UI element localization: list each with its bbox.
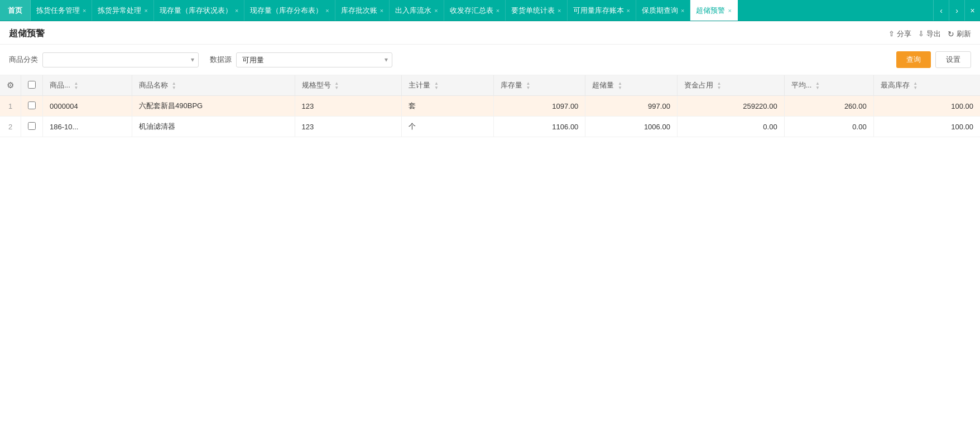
- row-stock-1: 1106.00: [493, 117, 585, 137]
- col-capital-label: 资金占用: [684, 81, 713, 89]
- nav-close-all[interactable]: ×: [964, 0, 980, 21]
- col-product-code-label: 商品...: [50, 81, 70, 89]
- nav-tab-label-4: 库存批次账: [341, 6, 377, 16]
- sort-capital: ▲ ▼: [717, 81, 722, 90]
- row-select-0[interactable]: [28, 101, 36, 109]
- col-spec[interactable]: 规格型号 ▲ ▼: [295, 75, 402, 96]
- header-actions: ⇧ 分享 ⇩ 导出 ↻ 刷新: [888, 29, 971, 39]
- nav-tab-close-10[interactable]: ×: [728, 7, 731, 14]
- col-product-name[interactable]: 商品名称 ▲ ▼: [132, 75, 295, 96]
- export-button[interactable]: ⇩ 导出: [918, 29, 941, 39]
- nav-tab-7[interactable]: 要货单统计表 ×: [506, 0, 567, 21]
- nav-tab-label-7: 要货单统计表: [511, 6, 555, 16]
- nav-tab-close-9[interactable]: ×: [681, 7, 684, 14]
- nav-tab-close-1[interactable]: ×: [144, 7, 147, 14]
- share-label: 分享: [897, 29, 911, 39]
- nav-tab-close-3[interactable]: ×: [325, 7, 329, 14]
- nav-tab-9[interactable]: 保质期查询 ×: [636, 0, 690, 21]
- row-spec-1: 123: [295, 117, 402, 137]
- export-label: 导出: [926, 29, 941, 39]
- refresh-button[interactable]: ↻ 刷新: [948, 29, 971, 39]
- gear-icon[interactable]: ⚙: [7, 80, 14, 90]
- query-button[interactable]: 查询: [896, 51, 931, 68]
- row-select-1[interactable]: [28, 122, 36, 130]
- row-product-code-1: 186-10...: [43, 117, 132, 137]
- col-spec-label: 规格型号: [302, 81, 331, 89]
- row-max-stock-1: 100.00: [873, 117, 980, 137]
- col-product-name-label: 商品名称: [139, 81, 168, 89]
- share-button[interactable]: ⇧ 分享: [888, 29, 911, 39]
- col-product-code[interactable]: 商品... ▲ ▼: [43, 75, 132, 96]
- data-source-label: 数据源: [210, 55, 232, 65]
- nav-tab-close-5[interactable]: ×: [434, 7, 438, 14]
- nav-tab-4[interactable]: 库存批次账 ×: [335, 0, 390, 21]
- col-overstock-label: 超储量: [592, 81, 614, 89]
- col-max-stock[interactable]: 最高库存 ▲ ▼: [873, 75, 980, 96]
- nav-tab-close-4[interactable]: ×: [380, 7, 383, 14]
- nav-tab-label-9: 保质期查询: [642, 6, 678, 16]
- filter-actions: 查询 设置: [896, 51, 971, 68]
- sort-overstock: ▲ ▼: [618, 81, 622, 90]
- col-stock-label: 库存量: [501, 81, 522, 89]
- nav-tab-1[interactable]: 拣货异常处理 ×: [92, 0, 153, 21]
- row-product-name-1: 机油滤清器: [132, 117, 295, 137]
- row-overstock-0: 997.00: [585, 96, 678, 117]
- nav-tab-close-2[interactable]: ×: [235, 7, 238, 14]
- nav-tab-6[interactable]: 收发存汇总表 ×: [444, 0, 506, 21]
- table-header-row: ⚙ 商品... ▲ ▼ 商品名称: [0, 75, 980, 96]
- select-all-checkbox[interactable]: [28, 81, 36, 89]
- nav-tab-close-0[interactable]: ×: [83, 7, 86, 14]
- table-body: 1 0000004 六配套新昌490BPG 123 套 1097.00 997.…: [0, 96, 980, 137]
- nav-tab-8[interactable]: 可用量库存账本 ×: [568, 0, 636, 21]
- table-row: 1 0000004 六配套新昌490BPG 123 套 1097.00 997.…: [0, 96, 980, 117]
- nav-tab-close-7[interactable]: ×: [558, 7, 561, 14]
- filter-area: 商品分类 数据源 可用量 库存量 查询 设置: [0, 45, 980, 75]
- refresh-label: 刷新: [957, 29, 971, 39]
- nav-tab-3[interactable]: 现存量（库存分布表） ×: [244, 0, 335, 21]
- product-category-select[interactable]: [42, 52, 199, 67]
- sort-spec: ▲ ▼: [334, 81, 339, 90]
- row-product-code-0: 0000004: [43, 96, 132, 117]
- nav-tab-5[interactable]: 出入库流水 ×: [390, 0, 444, 21]
- col-unit-label: 主计量: [409, 81, 430, 89]
- data-source-select[interactable]: 可用量 库存量: [236, 52, 392, 67]
- data-table: ⚙ 商品... ▲ ▼ 商品名称: [0, 75, 980, 137]
- nav-home-label: 首页: [8, 6, 22, 16]
- data-source-filter: 数据源 可用量 库存量: [210, 52, 392, 67]
- nav-tab-10[interactable]: 超储预警 ×: [690, 0, 737, 21]
- page-container: 超储预警 ⇧ 分享 ⇩ 导出 ↻ 刷新 商品分类: [0, 21, 980, 446]
- sort-unit: ▲ ▼: [434, 81, 439, 90]
- nav-tab-0[interactable]: 拣货任务管理 ×: [31, 0, 92, 21]
- nav-next-arrow[interactable]: ›: [949, 0, 964, 21]
- col-avg-label: 平均...: [791, 81, 812, 89]
- nav-tab-2[interactable]: 现存量（库存状况表） ×: [154, 0, 244, 21]
- nav-prev-arrow[interactable]: ‹: [933, 0, 949, 21]
- nav-tab-close-8[interactable]: ×: [627, 7, 630, 14]
- nav-tab-close-6[interactable]: ×: [496, 7, 499, 14]
- table-row: 2 186-10... 机油滤清器 123 个 1106.00 1006.00 …: [0, 117, 980, 137]
- nav-tab-label-1: 拣货异常处理: [98, 6, 141, 16]
- sort-product-name: ▲ ▼: [172, 81, 176, 90]
- col-unit[interactable]: 主计量 ▲ ▼: [402, 75, 494, 96]
- nav-arrows: ‹ › ×: [933, 0, 980, 21]
- col-capital[interactable]: 资金占用 ▲ ▼: [677, 75, 784, 96]
- product-category-select-wrapper: [42, 52, 199, 67]
- nav-tab-label-5: 出入库流水: [395, 6, 431, 16]
- nav-tab-label-0: 拣货任务管理: [36, 6, 80, 16]
- row-max-stock-0: 100.00: [873, 96, 980, 117]
- settings-button[interactable]: 设置: [935, 51, 971, 68]
- sort-avg: ▲ ▼: [815, 81, 820, 90]
- product-category-filter: 商品分类: [9, 52, 199, 67]
- row-avg-1: 0.00: [784, 117, 873, 137]
- col-avg[interactable]: 平均... ▲ ▼: [784, 75, 873, 96]
- col-stock[interactable]: 库存量 ▲ ▼: [493, 75, 585, 96]
- table-container: ⚙ 商品... ▲ ▼ 商品名称: [0, 75, 980, 137]
- row-capital-1: 0.00: [677, 117, 784, 137]
- nav-tab-label-8: 可用量库存账本: [573, 6, 624, 16]
- sort-product-code: ▲ ▼: [74, 81, 78, 90]
- nav-home[interactable]: 首页: [0, 0, 31, 21]
- nav-tab-label-3: 现存量（库存分布表）: [250, 6, 323, 16]
- col-overstock[interactable]: 超储量 ▲ ▼: [585, 75, 678, 96]
- row-num-0: 1: [0, 96, 21, 117]
- row-capital-0: 259220.00: [677, 96, 784, 117]
